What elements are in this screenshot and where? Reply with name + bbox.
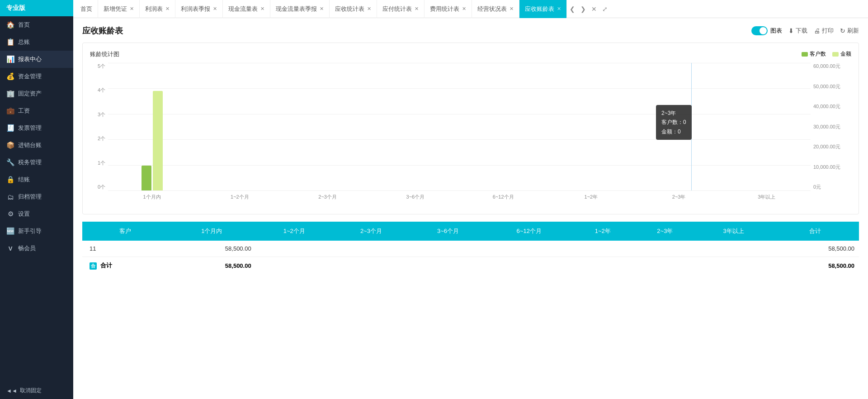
tab-profit-q[interactable]: 利润表季报 ✕ xyxy=(175,0,223,18)
bar-col-12m xyxy=(196,63,283,190)
vip-icon: V xyxy=(6,245,14,252)
sales-icon: 📦 xyxy=(6,141,14,149)
chart-legend: 客户数 金额 xyxy=(802,50,851,58)
tab-close-profit[interactable]: ✕ xyxy=(165,6,170,12)
x-label-1m: 1个月内 xyxy=(108,190,196,203)
col-header-3yplus: 3年以上 xyxy=(696,222,771,241)
x-axis: 1个月内 1~2个月 2~3个月 3~6个月 6~12个月 1~2年 2~3年 … xyxy=(108,190,811,203)
tab-close-cashflow[interactable]: ✕ xyxy=(260,6,264,12)
footer-23y xyxy=(634,257,696,275)
y-left-1: 1个 xyxy=(98,160,105,166)
y-right-20k: 20,000.00元 xyxy=(813,143,840,150)
page-header: 应收账龄表 图表 ⬇ 下载 🖨 打印 xyxy=(82,25,859,36)
bar-col-12y xyxy=(547,63,635,190)
col-header-23m: 2~3个月 xyxy=(333,222,410,241)
tab-cashflow[interactable]: 现金流量表 ✕ xyxy=(223,0,270,18)
sidebar-item-close[interactable]: 🔒 结账 xyxy=(0,171,73,188)
main-area: 首页 新增凭证 ✕ 利润表 ✕ 利润表季报 ✕ 现金流量表 ✕ 现金流量表季报 … xyxy=(73,0,868,399)
sidebar-item-settings[interactable]: ⚙ 设置 xyxy=(0,205,73,223)
sidebar-item-home[interactable]: 🏠 首页 xyxy=(0,16,73,33)
print-button[interactable]: 🖨 打印 xyxy=(814,27,834,35)
y-left-5: 5个 xyxy=(98,63,105,70)
col-header-12m: 1~2个月 xyxy=(256,222,333,241)
download-button[interactable]: ⬇ 下载 xyxy=(788,27,807,35)
tab-close-business[interactable]: ✕ xyxy=(509,6,514,12)
tab-ar-aging[interactable]: 应收账龄表 ✕ xyxy=(519,0,567,18)
tab-voucher[interactable]: 新增凭证 ✕ xyxy=(98,0,140,18)
unpin-icon: ◄◄ xyxy=(6,388,17,394)
y-left-0: 0个 xyxy=(98,184,105,190)
col-header-12y: 1~2年 xyxy=(571,222,634,241)
tab-close-voucher[interactable]: ✕ xyxy=(130,6,134,12)
funds-icon: 💰 xyxy=(6,72,14,81)
bar-col-23m xyxy=(284,63,372,190)
sidebar-item-ledger[interactable]: 📋 总账 xyxy=(0,33,73,51)
tab-next-button[interactable]: ❯ xyxy=(578,0,589,18)
y-right-50k: 50,000.00元 xyxy=(813,83,840,90)
salary-icon: 💼 xyxy=(6,107,14,115)
y-right-10k: 10,000.00元 xyxy=(813,164,840,171)
close-accounts-icon: 🔒 xyxy=(6,176,14,184)
footer-612m xyxy=(486,257,571,275)
app-logo: 专业版 xyxy=(0,0,73,16)
y-axis-right: 60,000.00元 50,000.00元 40,000.00元 30,000.… xyxy=(811,63,851,203)
tab-close-ap-stat[interactable]: ✕ xyxy=(415,6,419,12)
tab-close-expense[interactable]: ✕ xyxy=(462,6,466,12)
tab-home[interactable]: 首页 xyxy=(75,0,98,18)
assets-icon: 🏢 xyxy=(6,90,14,98)
sidebar-item-archive[interactable]: 🗂 归档管理 xyxy=(0,188,73,205)
sidebar-item-sales[interactable]: 📦 进销台账 xyxy=(0,137,73,154)
y-right-40k: 40,000.00元 xyxy=(813,103,840,110)
sidebar-item-funds[interactable]: 💰 资金管理 xyxy=(0,68,73,85)
sidebar-item-reports[interactable]: 📊 报表中心 xyxy=(0,51,73,68)
tab-ar-stat[interactable]: 应收统计表 ✕ xyxy=(330,0,377,18)
footer-3yplus xyxy=(696,257,771,275)
guide-icon: 🆕 xyxy=(6,227,14,235)
footer-36m xyxy=(410,257,486,275)
col-header-36m: 3~6个月 xyxy=(410,222,486,241)
toggle-thumb xyxy=(760,27,767,34)
footer-23m xyxy=(333,257,410,275)
page-title: 应收账龄表 xyxy=(82,25,123,36)
tab-close-all-button[interactable]: ✕ xyxy=(589,0,599,18)
x-label-612m: 6~12个月 xyxy=(459,190,547,203)
cell-12m xyxy=(256,241,333,257)
tab-profit[interactable]: 利润表 ✕ xyxy=(140,0,175,18)
sidebar-item-vip[interactable]: V 畅会员 xyxy=(0,240,73,257)
tab-close-profit-q[interactable]: ✕ xyxy=(213,6,217,12)
x-label-3yplus: 3年以上 xyxy=(723,190,811,203)
tab-prev-button[interactable]: ❮ xyxy=(567,0,578,18)
ledger-icon: 📋 xyxy=(6,38,14,46)
footer-1m: 58,500.00 xyxy=(168,257,256,275)
tab-expense[interactable]: 费用统计表 ✕ xyxy=(425,0,472,18)
y-right-0: 0元 xyxy=(813,184,821,190)
y-right-30k: 30,000.00元 xyxy=(813,124,840,130)
print-icon: 🖨 xyxy=(814,27,820,34)
sidebar-item-guide[interactable]: 🆕 新手引导 xyxy=(0,223,73,240)
sidebar-item-tax[interactable]: 🔧 税务管理 xyxy=(0,154,73,171)
sidebar-item-salary[interactable]: 💼 工资 xyxy=(0,102,73,119)
sidebar: 专业版 🏠 首页 📋 总账 📊 报表中心 💰 资金管理 🏢 固定资产 💼 工资 … xyxy=(0,0,73,399)
page-inner: 应收账龄表 图表 ⬇ 下载 🖨 打印 xyxy=(73,18,868,399)
home-icon: 🏠 xyxy=(6,21,14,29)
toggle-track[interactable] xyxy=(751,26,768,35)
chart-plot: 2~3年 客户数：0 金额：0 1个月内 1~2个月 2~3个月 3~6个月 6… xyxy=(108,63,811,203)
unpin-button[interactable]: ◄◄ 取消固定 xyxy=(0,382,73,399)
sidebar-item-assets[interactable]: 🏢 固定资产 xyxy=(0,85,73,102)
tab-close-cashflow-q[interactable]: ✕ xyxy=(320,6,324,12)
bar-col-23y xyxy=(635,63,723,190)
tab-business[interactable]: 经营状况表 ✕ xyxy=(472,0,519,18)
page-actions: 图表 ⬇ 下载 🖨 打印 ↻ 刷新 xyxy=(751,26,859,35)
tab-close-ar-aging[interactable]: ✕ xyxy=(557,6,561,12)
sidebar-item-invoice[interactable]: 🧾 发票管理 xyxy=(0,119,73,137)
tab-ap-stat[interactable]: 应付统计表 ✕ xyxy=(377,0,425,18)
tab-cashflow-q[interactable]: 现金流量表季报 ✕ xyxy=(270,0,330,18)
cell-total: 58,500.00 xyxy=(771,241,859,257)
refresh-button[interactable]: ↻ 刷新 xyxy=(840,27,859,35)
total-icon: 合 xyxy=(90,262,97,270)
footer-12y xyxy=(571,257,634,275)
invoice-icon: 🧾 xyxy=(6,124,14,132)
tab-expand-button[interactable]: ⤢ xyxy=(599,0,610,18)
chart-toggle[interactable]: 图表 xyxy=(751,26,782,35)
tab-close-ar-stat[interactable]: ✕ xyxy=(367,6,371,12)
